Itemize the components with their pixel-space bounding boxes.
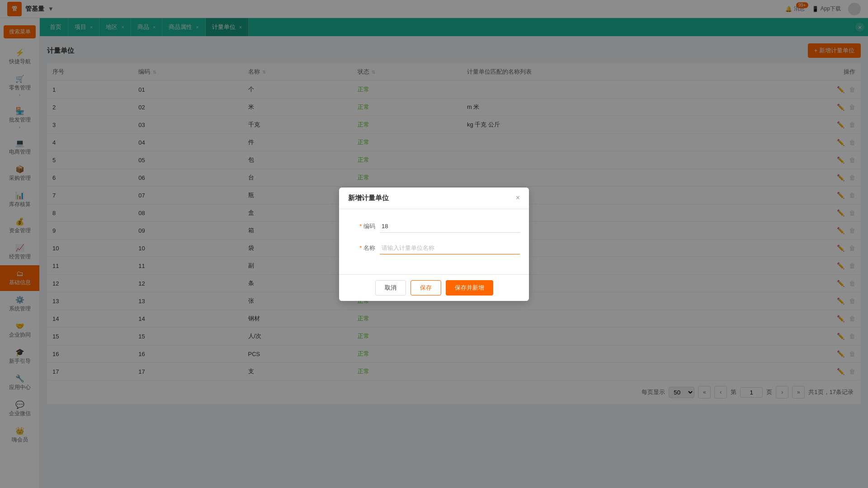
code-label: 编码 — [348, 222, 375, 230]
modal-title: 新增计量单位 — [348, 194, 389, 202]
cancel-button[interactable]: 取消 — [375, 280, 406, 296]
save-button[interactable]: 保存 — [410, 280, 441, 296]
modal-close-button[interactable]: × — [516, 194, 520, 202]
save-and-add-button[interactable]: 保存并新增 — [446, 280, 493, 296]
code-input[interactable] — [380, 220, 520, 233]
name-label: 名称 — [348, 244, 375, 252]
add-unit-modal: 新增计量单位 × 编码 名称 取消 保存 保存并新增 — [339, 188, 529, 301]
modal-footer: 取消 保存 保存并新增 — [339, 274, 529, 301]
modal-overlay: 新增计量单位 × 编码 名称 取消 保存 保存并新增 — [0, 0, 868, 488]
name-form-row: 名称 — [348, 242, 520, 254]
modal-body: 编码 名称 — [339, 209, 529, 274]
modal-header: 新增计量单位 × — [339, 188, 529, 209]
code-form-row: 编码 — [348, 220, 520, 233]
name-input[interactable] — [380, 242, 520, 254]
